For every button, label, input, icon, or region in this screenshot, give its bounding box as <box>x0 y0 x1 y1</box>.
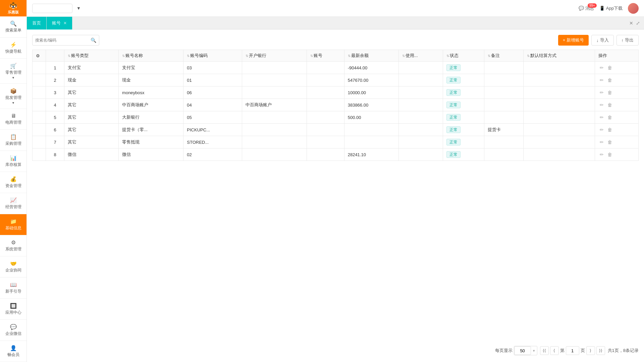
row-balance-cell <box>344 136 398 148</box>
status-badge: 正常 <box>446 126 461 133</box>
edit-button[interactable]: ✏ <box>598 151 605 158</box>
sidebar-item-finance[interactable]: 💰资金管理 <box>0 172 26 193</box>
delete-button[interactable]: 🗑 <box>606 139 613 145</box>
sidebar-item-retail[interactable]: 🛒零售管理▼ <box>0 59 26 84</box>
tab-account[interactable]: 账号 ✕ <box>47 17 72 29</box>
sidebar-item-basic[interactable]: 📁基础信息 <box>0 214 26 235</box>
next-page-button[interactable]: ⟩ <box>586 346 595 355</box>
sidebar-item-agreement[interactable]: 🤝企业协同 <box>0 256 26 278</box>
search-icon[interactable]: 🔍 <box>91 38 96 43</box>
status-badge: 正常 <box>446 139 461 145</box>
col-code[interactable]: ⇅账号编码 <box>183 50 242 62</box>
row-type-cell: 其它 <box>64 99 119 111</box>
tab-home[interactable]: 首页 <box>27 17 47 29</box>
export-icon: ↑ <box>622 38 624 43</box>
add-account-button[interactable]: + 新增账号 <box>558 35 589 46</box>
edit-button[interactable]: ✏ <box>598 102 605 108</box>
col-bank[interactable]: ⇅开户银行 <box>242 50 307 62</box>
row-settings-cell <box>33 74 46 86</box>
row-name-cell: 大新银行 <box>119 111 183 124</box>
sidebar-item-inventory[interactable]: 📊库存核算 <box>0 151 26 172</box>
row-code-cell: STORED... <box>183 136 242 148</box>
tab-home-label: 首页 <box>32 20 41 26</box>
sidebar-item-wholesale[interactable]: 📦批发管理▼ <box>0 84 26 109</box>
row-num-cell: 8 <box>46 148 64 161</box>
search-input[interactable] <box>35 38 91 43</box>
per-page-dropdown[interactable]: ▼ <box>531 349 537 353</box>
delete-button[interactable]: 🗑 <box>606 114 613 121</box>
edit-button[interactable]: ✏ <box>598 139 605 145</box>
edit-button[interactable]: ✏ <box>598 64 605 71</box>
topbar-search-input[interactable] <box>32 4 72 13</box>
row-usage-cell <box>398 99 443 111</box>
col-remark[interactable]: ⇅备注 <box>484 50 524 62</box>
topbar-dropdown[interactable]: ▼ <box>76 6 81 11</box>
search-box[interactable]: 🔍 <box>32 35 99 46</box>
sidebar-item-apps[interactable]: 🔲应用中心 <box>0 299 26 320</box>
row-usage-cell <box>398 111 443 124</box>
status-badge: 正常 <box>446 151 461 158</box>
sidebar-item-wechat[interactable]: 💬企业微信 <box>0 320 26 341</box>
row-account-cell <box>307 124 344 136</box>
row-usage-cell <box>398 136 443 148</box>
sidebar-item-search[interactable]: 🔍搜索菜单 <box>0 16 26 38</box>
col-usage[interactable]: ⇅使用... <box>398 50 443 62</box>
col-status[interactable]: ⇅状态 <box>443 50 484 62</box>
sidebar-item-label: 企业协同 <box>5 267 21 273</box>
table-row: 8 微信 微信 02 28241.10 正常 ✏ 🗑 <box>33 148 639 161</box>
arrow-icon: ▼ <box>12 76 15 79</box>
inventory-icon: 📊 <box>10 155 17 161</box>
edit-button[interactable]: ✏ <box>598 77 605 83</box>
delete-button[interactable]: 🗑 <box>606 126 613 133</box>
row-action-cell: ✏ 🗑 <box>595 86 638 99</box>
first-page-button[interactable]: ⟨⟨ <box>540 346 549 355</box>
edit-button[interactable]: ✏ <box>598 126 605 133</box>
delete-button[interactable]: 🗑 <box>606 89 613 96</box>
sidebar-item-label: 系统管理 <box>5 246 21 252</box>
import-button[interactable]: ↓ 导入 <box>591 35 614 46</box>
user-avatar[interactable] <box>628 3 639 14</box>
tab-expand-icon[interactable]: ⤢ <box>636 20 640 26</box>
sidebar-item-ecommerce[interactable]: 🖥电商管理 <box>0 109 26 130</box>
sidebar-item-quick[interactable]: ⚡快捷导航 <box>0 38 26 59</box>
edit-button[interactable]: ✏ <box>598 89 605 96</box>
table-header-row: ⚙ ⇅账号类型 ⇅账号名称 ⇅账号编码 ⇅开户银行 ⇅账号 ⇅最新余额 ⇅使用.… <box>33 50 639 62</box>
tab-close-icon[interactable]: ✕ <box>63 21 67 25</box>
col-account[interactable]: ⇅账号 <box>307 50 344 62</box>
col-balance[interactable]: ⇅最新余额 <box>344 50 398 62</box>
page-total: 共1页，8条记录 <box>608 348 639 354</box>
prev-page-button[interactable]: ⟨ <box>550 346 559 355</box>
edit-button[interactable]: ✏ <box>598 114 605 121</box>
delete-button[interactable]: 🗑 <box>606 151 613 158</box>
row-settlement-cell <box>524 99 595 111</box>
row-bank-cell: 中百商场账户 <box>242 99 307 111</box>
per-page-input[interactable] <box>514 346 531 355</box>
settings-icon[interactable]: ⚙ <box>36 53 40 58</box>
sidebar-item-system[interactable]: ⚙系统管理 <box>0 235 26 256</box>
col-type[interactable]: ⇅账号类型 <box>64 50 119 62</box>
row-type-cell: 其它 <box>64 86 119 99</box>
delete-button[interactable]: 🗑 <box>606 102 613 108</box>
sidebar-item-member[interactable]: 👤畅会员 <box>0 341 26 362</box>
app-download-button[interactable]: 📱 App下载 <box>599 5 623 11</box>
page-nav: ⟨⟨ ⟨ 第 页 ⟩ ⟩⟩ <box>540 346 605 355</box>
row-account-cell <box>307 111 344 124</box>
tab-close-all-icon[interactable]: ✕ <box>629 20 633 26</box>
app-logo: 🐯 乐惠版 <box>0 0 26 16</box>
row-bank-cell <box>242 111 307 124</box>
status-badge: 正常 <box>446 77 461 83</box>
sidebar-item-purchase[interactable]: 📋采购管理 <box>0 130 26 151</box>
delete-button[interactable]: 🗑 <box>606 64 613 71</box>
delete-button[interactable]: 🗑 <box>606 77 613 83</box>
page-number-input[interactable] <box>566 346 579 355</box>
sidebar-item-guide[interactable]: 📖新手引导 <box>0 278 26 299</box>
col-settlement[interactable]: ⇅默认结算方式 <box>524 50 595 62</box>
col-name[interactable]: ⇅账号名称 <box>119 50 183 62</box>
export-button[interactable]: ↑ 导出 <box>616 35 639 46</box>
message-button[interactable]: 💬 消息 99+ <box>579 5 594 11</box>
row-status-cell: 正常 <box>443 136 484 148</box>
row-usage-cell <box>398 148 443 161</box>
sidebar-item-ops[interactable]: 📈经营管理 <box>0 193 26 214</box>
row-action-cell: ✏ 🗑 <box>595 74 638 86</box>
last-page-button[interactable]: ⟩⟩ <box>596 346 605 355</box>
